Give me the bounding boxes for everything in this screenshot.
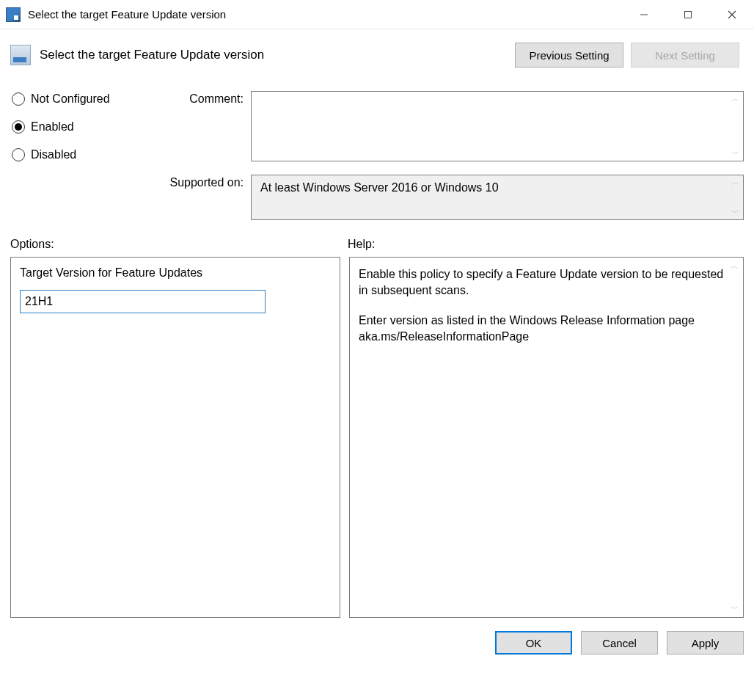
maximize-button[interactable] [666, 0, 710, 29]
options-label: Options: [10, 238, 348, 251]
supported-on-label: Supported on: [157, 175, 244, 220]
options-panel: Target Version for Feature Updates [10, 257, 340, 618]
state-radio-group: Not Configured Enabled Disabled [12, 91, 144, 220]
apply-button[interactable]: Apply [667, 631, 744, 655]
window-title: Select the target Feature Update version [28, 8, 622, 21]
radio-disabled[interactable]: Disabled [12, 148, 144, 161]
target-version-label: Target Version for Feature Updates [20, 266, 331, 280]
policy-icon [10, 45, 31, 65]
window-icon [6, 7, 21, 22]
svg-rect-1 [685, 11, 692, 18]
radio-not-configured[interactable]: Not Configured [12, 92, 144, 106]
scrollbar[interactable]: ︿﹀ [730, 92, 740, 161]
scrollbar[interactable]: ︿﹀ [728, 260, 740, 614]
radio-enabled[interactable]: Enabled [12, 120, 144, 134]
dialog-footer: OK Cancel Apply [0, 618, 754, 655]
scrollbar: ︿﹀ [730, 175, 740, 219]
next-setting-button: Next Setting [631, 43, 739, 68]
close-button[interactable] [710, 0, 754, 29]
panel-labels: Options: Help: [0, 220, 754, 257]
radio-label: Enabled [31, 120, 74, 134]
ok-button[interactable]: OK [495, 631, 572, 655]
target-version-input[interactable] [20, 290, 266, 313]
minimize-button[interactable] [622, 0, 666, 29]
help-label: Help: [348, 238, 375, 251]
config-area: Not Configured Enabled Disabled Comment:… [0, 73, 754, 220]
policy-title: Select the target Feature Update version [40, 48, 506, 62]
comment-textarea[interactable]: ︿﹀ [251, 91, 744, 161]
cancel-button[interactable]: Cancel [581, 631, 658, 655]
supported-on-value: At least Windows Server 2016 or Windows … [252, 175, 743, 200]
help-text-1: Enable this policy to specify a Feature … [359, 266, 724, 299]
radio-label: Disabled [31, 148, 76, 161]
previous-setting-button[interactable]: Previous Setting [515, 43, 623, 68]
supported-on-box: At least Windows Server 2016 or Windows … [251, 175, 744, 220]
radio-label: Not Configured [31, 92, 110, 106]
header-row: Select the target Feature Update version… [0, 29, 754, 73]
help-panel: Enable this policy to specify a Feature … [349, 257, 744, 618]
window-controls [622, 0, 754, 29]
title-bar: Select the target Feature Update version [0, 0, 754, 29]
comment-label: Comment: [157, 91, 244, 161]
help-text-2: Enter version as listed in the Windows R… [359, 313, 724, 346]
